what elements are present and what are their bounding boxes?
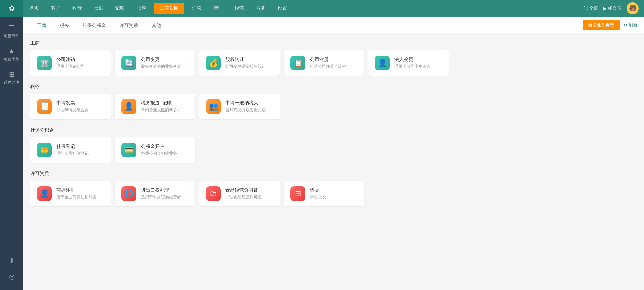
nav-item-3[interactable]: 票据 [88, 0, 109, 17]
sidebar-label-project-type: 项目类型 [4, 57, 20, 62]
card-company-register[interactable]: 📋 公司注册 申请公司注册全流程 [284, 50, 364, 76]
project-type-icon: ★ [9, 47, 15, 55]
card-title-company-register: 公司注册 [310, 57, 346, 63]
settings-circle-icon[interactable]: ◎ [6, 270, 17, 283]
card-title-food-license: 食品经营许可证 [225, 187, 262, 193]
vip-button[interactable]: ▶ 畅会员 [603, 5, 621, 11]
content-scroll[interactable]: 工商 🏢 公司注销 适用于注销公司 🔄 公司变更 股权变更外的业务变更 [23, 33, 644, 290]
card-icon-fund-account: 💳 [121, 143, 136, 157]
refresh-button[interactable]: ↻ 刷新 [624, 22, 637, 28]
nav-item-11[interactable]: 设置 [272, 0, 293, 17]
sidebar-label-progress: 进度监测 [4, 80, 20, 85]
card-text-trademark: 商标注册 用于企业商标注册服务 [56, 187, 97, 200]
card-company-cancel[interactable]: 🏢 公司注销 适用于注销公司 [30, 50, 111, 76]
tab-actions: 新增业务类型 ↻ 刷新 [583, 20, 637, 33]
tab-bar: 工商 税务 社保公积金 许可资质 其他 新增业务类型 ↻ 刷新 [23, 17, 644, 33]
card-title-equity-transfer: 股权转让 [225, 57, 266, 63]
card-desc-company-change: 股权变更外的业务变更 [141, 64, 181, 69]
play-icon: ▶ [603, 6, 607, 11]
card-icon-legal-change: 👤 [375, 56, 390, 70]
card-text-import-export: 进出口权办理 适用于对外贸易经营者 [141, 187, 181, 200]
nav-item-7[interactable]: 消息 [186, 0, 207, 17]
card-trademark[interactable]: 👤 商标注册 用于企业商标注册服务 [30, 181, 111, 206]
card-text-legal-change: 法人变更 适用于公司变更法人 [394, 57, 431, 69]
card-text-general-taxpayer: 申请一般纳税人 当月或次月成变更完成 [225, 100, 266, 113]
tab-xuke[interactable]: 许可资质 [113, 19, 145, 33]
card-text-company-change: 公司变更 股权变更外的业务变更 [141, 57, 181, 69]
card-icon-company-register: 📋 [290, 56, 305, 70]
section-title-shuiwu: 税务 [30, 84, 637, 90]
card-title-general-taxpayer: 申请一般纳税人 [225, 100, 266, 106]
card-title-alcohol: 酒类 [310, 187, 326, 193]
tab-gongshang[interactable]: 工商 [30, 19, 53, 33]
nav-item-9[interactable]: 经营 [229, 0, 250, 17]
card-food-license[interactable]: 🗂 食品经营许可证 办理食品经营许可证 [199, 181, 280, 206]
card-text-food-license: 食品经营许可证 办理食品经营许可证 [225, 187, 262, 200]
section-shuiwu: 税务 🧾 申请发票 办理申请发票业务 👤 税务报道+记账 拿到营业执照的新 [30, 84, 637, 119]
nav-item-2[interactable]: 收费 [66, 0, 88, 17]
refresh-icon: ↻ [624, 23, 627, 28]
card-text-company-register: 公司注册 申请公司注册全流程 [310, 57, 346, 69]
card-alcohol[interactable]: ⊞ 酒类 零售批发 [284, 181, 364, 206]
card-title-legal-change: 法人变更 [394, 57, 431, 63]
card-title-trademark: 商标注册 [56, 187, 97, 193]
sidebar-item-project-manage[interactable]: ☰ 项目管理 [0, 20, 23, 43]
nav-item-5[interactable]: 报税 [131, 0, 152, 17]
tab-other[interactable]: 其他 [145, 19, 168, 33]
add-type-button[interactable]: 新增业务类型 [583, 20, 620, 30]
user-avatar[interactable]: 🐻 [627, 2, 639, 14]
card-desc-fund-account: 办理公积金相关业务 [141, 151, 177, 156]
card-icon-invoice-apply: 🧾 [37, 99, 52, 114]
section-title-xuke: 许可资质 [30, 171, 637, 177]
card-equity-transfer[interactable]: 💰 股权转让 公司变更需要股权转让 [199, 50, 280, 76]
logo[interactable]: ✿ [0, 0, 23, 17]
cards-grid-shuiwu: 🧾 申请发票 办理申请发票业务 👤 税务报道+记账 拿到营业执照的新公司 [30, 94, 637, 119]
card-icon-alcohol: ⊞ [290, 186, 305, 201]
nav-right: ⛶ 全屏 ▶ 畅会员 🐻 [584, 2, 644, 14]
card-social-insurance[interactable]: 🤲 社保登记 进行人员社保登记 [30, 137, 111, 163]
card-text-social-insurance: 社保登记 进行人员社保登记 [56, 144, 89, 156]
card-tax-bookkeeping[interactable]: 👤 税务报道+记账 拿到营业执照的新公司 [115, 94, 195, 119]
sidebar-item-project-type[interactable]: ★ 项目类型 [0, 43, 23, 66]
nav-item-8[interactable]: 管理 [207, 0, 229, 17]
sidebar-bottom: ⬇ ◎ [0, 254, 23, 290]
nav-item-6[interactable]: 工商项目 [154, 3, 184, 14]
download-icon[interactable]: ⬇ [6, 254, 17, 267]
card-icon-general-taxpayer: 👥 [206, 99, 221, 114]
card-desc-food-license: 办理食品经营许可证 [225, 194, 262, 200]
card-desc-social-insurance: 进行人员社保登记 [56, 151, 89, 156]
card-invoice-apply[interactable]: 🧾 申请发票 办理申请发票业务 [30, 94, 111, 119]
fullscreen-button[interactable]: ⛶ 全屏 [584, 5, 598, 11]
card-company-change[interactable]: 🔄 公司变更 股权变更外的业务变更 [115, 50, 195, 76]
nav-item-10[interactable]: 服务 [250, 0, 272, 17]
sidebar-item-progress[interactable]: ⊞ 进度监测 [0, 66, 23, 89]
card-icon-import-export: 🌐 [121, 186, 136, 201]
nav-item-1[interactable]: 客户 [45, 0, 66, 17]
card-legal-change[interactable]: 👤 法人变更 适用于公司变更法人 [368, 50, 449, 76]
nav-items: 首页客户收费票据记账报税工商项目消息管理经营服务设置 [23, 0, 584, 17]
vip-label: 畅会员 [608, 5, 621, 11]
card-icon-food-license: 🗂 [206, 186, 221, 201]
card-desc-tax-bookkeeping: 拿到营业执照的新公司 [141, 107, 181, 113]
card-fund-account[interactable]: 💳 公积金开户 办理公积金相关业务 [115, 137, 195, 163]
card-desc-company-register: 申请公司注册全流程 [310, 64, 346, 69]
card-general-taxpayer[interactable]: 👥 申请一般纳税人 当月或次月成变更完成 [199, 94, 280, 119]
card-desc-general-taxpayer: 当月或次月成变更完成 [225, 107, 266, 113]
logo-icon: ✿ [9, 4, 15, 13]
sidebar: ☰ 项目管理 ★ 项目类型 ⊞ 进度监测 ⬇ ◎ [0, 17, 23, 290]
card-title-company-cancel: 公司注销 [56, 57, 85, 63]
nav-item-4[interactable]: 记账 [109, 0, 131, 17]
card-desc-trademark: 用于企业商标注册服务 [56, 194, 97, 200]
refresh-label: 刷新 [629, 22, 637, 28]
nav-item-0[interactable]: 首页 [23, 0, 45, 17]
content-area: 工商 税务 社保公积金 许可资质 其他 新增业务类型 ↻ 刷新 工商 🏢 [23, 17, 644, 290]
card-title-import-export: 进出口权办理 [141, 187, 181, 193]
tab-shebao[interactable]: 社保公积金 [76, 19, 113, 33]
project-manage-icon: ☰ [9, 24, 15, 32]
card-text-equity-transfer: 股权转让 公司变更需要股权转让 [225, 57, 266, 69]
card-import-export[interactable]: 🌐 进出口权办理 适用于对外贸易经营者 [115, 181, 195, 206]
card-icon-trademark: 👤 [37, 186, 52, 201]
tab-shuiwu[interactable]: 税务 [53, 19, 76, 33]
card-desc-legal-change: 适用于公司变更法人 [394, 64, 431, 69]
card-text-tax-bookkeeping: 税务报道+记账 拿到营业执照的新公司 [141, 100, 181, 113]
